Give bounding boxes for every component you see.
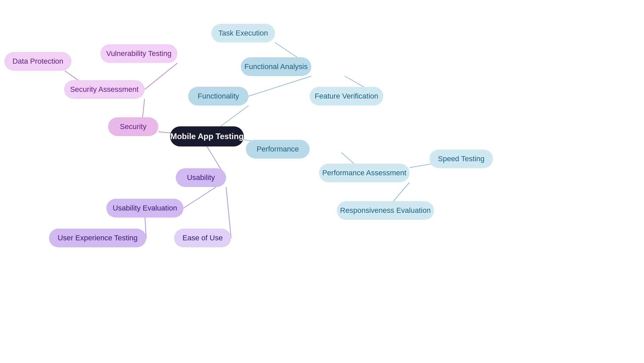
performance-node: Performance — [246, 140, 310, 159]
task-execution-node: Task Execution — [211, 24, 275, 43]
security-assessment-node: Security Assessment — [64, 80, 145, 99]
usability-evaluation-node: Usability Evaluation — [106, 199, 183, 218]
center-node: Mobile App Testing — [170, 126, 244, 146]
svg-line-13 — [183, 187, 216, 208]
user-experience-testing-node: User Experience Testing — [49, 229, 146, 247]
usability-node: Usability — [176, 168, 226, 187]
functional-analysis-node: Functional Analysis — [241, 57, 311, 76]
responsiveness-evaluation-node: Responsiveness Evaluation — [337, 201, 434, 220]
vulnerability-testing-node: Vulnerability Testing — [100, 44, 177, 63]
svg-line-1 — [249, 76, 311, 96]
speed-testing-node: Speed Testing — [429, 149, 493, 168]
ease-of-use-node: Ease of Use — [174, 229, 231, 247]
feature-verification-node: Feature Verification — [310, 87, 383, 106]
functionality-node: Functionality — [188, 87, 249, 106]
data-protection-node: Data Protection — [4, 52, 71, 71]
performance-assessment-node: Performance Assessment — [319, 164, 410, 182]
svg-line-10 — [145, 63, 177, 89]
security-node: Security — [108, 117, 158, 136]
